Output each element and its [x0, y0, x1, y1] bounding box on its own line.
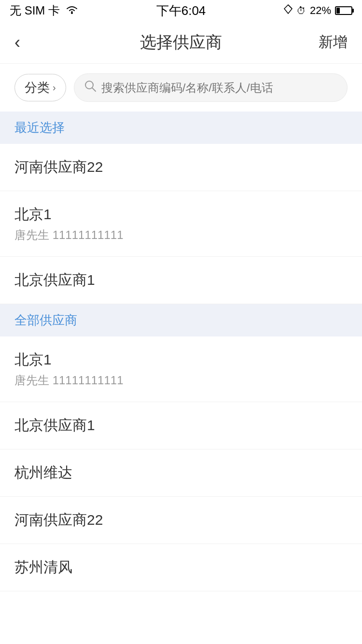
wifi-icon: [65, 4, 79, 17]
list-item[interactable]: 北京供应商1: [0, 402, 362, 449]
list-item[interactable]: 杭州维达: [0, 449, 362, 497]
item-name: 杭州维达: [14, 463, 348, 483]
search-icon: [84, 80, 97, 96]
battery-percent: 22%: [310, 4, 331, 17]
category-button[interactable]: 分类 ›: [14, 74, 66, 101]
search-input[interactable]: [101, 81, 337, 95]
list-item[interactable]: 北京1唐先生 11111111111: [0, 191, 362, 257]
filter-bar: 分类 ›: [0, 64, 362, 112]
section-header-text-1: 全部供应商: [14, 313, 77, 327]
location-icon: [284, 4, 292, 17]
add-button[interactable]: 新增: [319, 32, 348, 52]
section-header-0: 最近选择: [0, 112, 362, 144]
status-bar: 无 SIM 卡 下午6:04 ⏱ 22%: [0, 0, 362, 21]
section-header-1: 全部供应商: [0, 304, 362, 336]
list-item[interactable]: 北京1唐先生 11111111111: [0, 336, 362, 402]
item-name: 苏州清风: [14, 558, 348, 577]
svg-point-0: [71, 12, 73, 14]
item-name: 北京1: [14, 350, 348, 370]
page-title: 选择供应商: [140, 31, 222, 54]
item-name: 北京供应商1: [14, 270, 348, 290]
svg-line-2: [92, 88, 96, 91]
section-header-text-0: 最近选择: [14, 120, 65, 135]
no-sim-text: 无 SIM 卡: [10, 3, 60, 18]
battery-icon: [335, 6, 352, 15]
supplier-list: 最近选择河南供应商22北京1唐先生 11111111111北京供应商1全部供应商…: [0, 112, 362, 591]
list-item[interactable]: 苏州清风: [0, 544, 362, 591]
list-item[interactable]: 河南供应商22: [0, 497, 362, 544]
back-button[interactable]: ‹: [14, 32, 43, 53]
item-name: 河南供应商22: [14, 157, 348, 177]
alarm-icon: ⏱: [296, 5, 306, 16]
status-left: 无 SIM 卡: [10, 3, 79, 18]
item-name: 北京1: [14, 205, 348, 224]
category-label: 分类: [25, 79, 50, 96]
item-name: 北京供应商1: [14, 416, 348, 435]
item-sub: 唐先生 11111111111: [14, 373, 348, 388]
nav-bar: ‹ 选择供应商 新增: [0, 21, 362, 64]
status-time: 下午6:04: [156, 2, 206, 19]
list-item[interactable]: 北京供应商1: [0, 257, 362, 304]
chevron-right-icon: ›: [53, 82, 56, 93]
list-item[interactable]: 河南供应商22: [0, 144, 362, 191]
item-sub: 唐先生 11111111111: [14, 227, 348, 243]
status-right: ⏱ 22%: [284, 4, 352, 17]
item-name: 河南供应商22: [14, 510, 348, 530]
search-bar[interactable]: [74, 73, 348, 102]
